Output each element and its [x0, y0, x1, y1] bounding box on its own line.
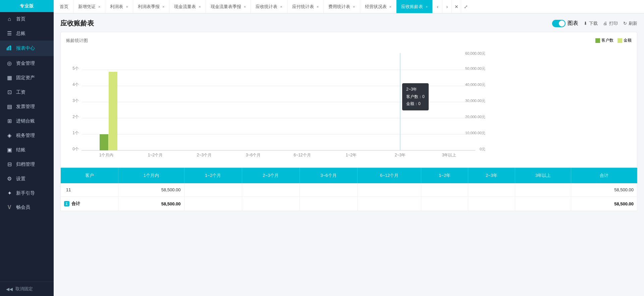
tab-cashflow-quarterly-close[interactable]: × [244, 5, 246, 9]
table-row: 11 58,500.00 58,500.00 [61, 183, 637, 197]
svg-text:60,000.00元: 60,000.00元 [465, 51, 485, 55]
sidebar-item-ledger[interactable]: ☰ 总账 [0, 26, 54, 41]
tab-payable-stat[interactable]: 应付统计表 × [287, 0, 324, 13]
col-header-total: 合计 [571, 168, 637, 184]
sidebar-item-settings[interactable]: ⚙ 设置 [0, 171, 54, 186]
svg-text:0元: 0元 [480, 147, 485, 151]
svg-text:3年以上: 3年以上 [442, 153, 457, 157]
cell-total: 58,500.00 [571, 183, 637, 197]
tax-icon: ◈ [6, 132, 13, 139]
svg-text:0个: 0个 [72, 147, 79, 151]
footer-year12 [421, 197, 468, 211]
footer-year23 [468, 197, 515, 211]
tab-voucher-close[interactable]: × [98, 5, 100, 9]
col-header-month36: 3~6个月 [300, 168, 357, 184]
tabs-bar: 首页 新增凭证 × 利润表 × 利润表季报 × 现金流量表 × 现金流量表季报 … [54, 0, 644, 13]
legend-amount: 金额 [618, 38, 632, 43]
total-icon: Σ [64, 201, 69, 206]
cell-month36 [300, 183, 357, 197]
inventory-icon: ⊞ [6, 118, 13, 124]
toggle-label: 图表 [568, 20, 578, 27]
tab-aging-close[interactable]: × [426, 5, 428, 9]
tab-profit-close[interactable]: × [126, 5, 128, 9]
legend-customers: 客户数 [595, 38, 613, 43]
chart-svg: 0个 1个 2个 3个 4个 5个 0元 10,000.00元 20,000.0… [66, 46, 489, 160]
footer-month23 [242, 197, 300, 211]
tab-prev-button[interactable]: ‹ [433, 0, 442, 13]
funds-icon: ◎ [6, 60, 13, 66]
sidebar-item-inventory[interactable]: ⊞ 进销台账 [0, 114, 54, 128]
chart-toggle[interactable]: 图表 [552, 20, 578, 27]
legend-customers-color [595, 38, 600, 43]
tab-receivable-stat-close[interactable]: × [280, 5, 282, 9]
download-button[interactable]: ⬇ 下载 [584, 20, 598, 27]
col-header-year3plus: 3年以上 [515, 168, 571, 184]
sidebar-item-reports[interactable]: 报表中心 [0, 41, 54, 56]
closing-icon: ▣ [6, 147, 13, 153]
tab-profit-quarterly-close[interactable]: × [162, 5, 164, 9]
sidebar-item-funds-label: 资金管理 [16, 60, 35, 66]
tab-profit-quarterly[interactable]: 利润表季报 × [133, 0, 169, 13]
sidebar-item-guide[interactable]: ✦ 新手引导 [0, 186, 54, 200]
tab-payable-stat-close[interactable]: × [317, 5, 319, 9]
sidebar-item-archive[interactable]: ⊟ 归档管理 [0, 157, 54, 171]
tab-cashflow-quarterly[interactable]: 现金流量表季报 × [206, 0, 251, 13]
sidebar-item-assets-label: 固定资产 [16, 75, 35, 81]
sidebar-item-invoice[interactable]: ▤ 发票管理 [0, 99, 54, 114]
tab-voucher[interactable]: 新增凭证 × [73, 0, 105, 13]
tab-expand-button[interactable]: ⤢ [461, 0, 470, 13]
col-header-year12: 1~2年 [421, 168, 468, 184]
tab-voucher-label: 新增凭证 [78, 4, 96, 10]
tab-profit[interactable]: 利润表 × [105, 0, 133, 13]
chart-title: 账龄统计图 [66, 38, 632, 44]
sidebar-collapse-button[interactable]: ◀◀ 取消固定 [0, 282, 54, 296]
tab-business-stat[interactable]: 经营状况表 × [360, 0, 396, 13]
sidebar-item-tax[interactable]: ◈ 税务管理 [0, 128, 54, 143]
tab-expense-stat-label: 费用统计表 [328, 4, 350, 10]
svg-text:2~3个月: 2~3个月 [197, 153, 212, 157]
cell-month612 [358, 183, 421, 197]
tab-receivable-stat[interactable]: 应收统计表 × [251, 0, 287, 13]
app-logo: 专业版 [0, 0, 54, 12]
col-header-month12: 1~2个月 [184, 168, 242, 184]
svg-text:1个: 1个 [72, 131, 79, 135]
sidebar-item-assets[interactable]: ▦ 固定资产 [0, 70, 54, 85]
home-icon: ⌂ [6, 16, 13, 22]
tab-home[interactable]: 首页 [55, 0, 73, 13]
toggle-track[interactable] [552, 20, 566, 27]
footer-label: Σ 合计 [61, 197, 118, 211]
tab-cashflow[interactable]: 现金流量表 × [169, 0, 206, 13]
page-title: 应收账龄表 [60, 19, 94, 28]
cell-year3plus [515, 183, 571, 197]
bar-customers-1 [100, 134, 108, 150]
refresh-button[interactable]: ↻ 刷新 [623, 20, 637, 27]
tab-next-button[interactable]: › [442, 0, 451, 13]
tab-expense-stat[interactable]: 费用统计表 × [324, 0, 360, 13]
tab-business-stat-close[interactable]: × [389, 5, 391, 9]
guide-icon: ✦ [6, 190, 13, 196]
sidebar-item-salary[interactable]: ⊡ 工资 [0, 85, 54, 99]
tab-cashflow-label: 现金流量表 [174, 4, 196, 10]
tab-cashflow-quarterly-label: 现金流量表季报 [211, 4, 241, 10]
print-button[interactable]: 🖨 打印 [603, 20, 618, 27]
footer-total: 58,500.00 [571, 197, 637, 211]
cell-year12 [421, 183, 468, 197]
sidebar-item-archive-label: 归档管理 [16, 161, 35, 167]
sidebar-item-member[interactable]: V 畅会员 [0, 200, 54, 214]
sidebar-item-tax-label: 税务管理 [16, 133, 35, 139]
refresh-label: 刷新 [629, 20, 637, 27]
cell-month1: 58,500.00 [118, 183, 184, 197]
svg-text:1个月内: 1个月内 [99, 153, 114, 157]
tab-aging[interactable]: 应收账龄表 × [396, 0, 433, 13]
print-label: 打印 [609, 20, 618, 27]
tab-cashflow-close[interactable]: × [199, 5, 201, 9]
tab-close-all-button[interactable]: ✕ [451, 0, 461, 13]
sidebar-item-closing[interactable]: ▣ 结账 [0, 143, 54, 157]
member-icon: V [6, 204, 13, 210]
settings-icon: ⚙ [6, 176, 13, 182]
tab-expense-stat-close[interactable]: × [353, 5, 355, 9]
data-table: 客户 1个月内 1~2个月 2~3个月 3~6个月 6~12个月 1~2年 2~… [60, 167, 637, 211]
sidebar-item-funds[interactable]: ◎ 资金管理 [0, 56, 54, 70]
tab-aging-label: 应收账龄表 [401, 4, 423, 10]
sidebar-item-home[interactable]: ⌂ 首页 [0, 12, 54, 26]
